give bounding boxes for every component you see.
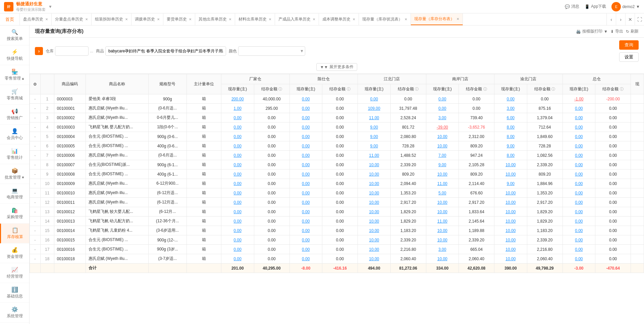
row-chenshi-qty[interactable]: 0.00	[289, 123, 322, 132]
row-gear[interactable]: ·	[30, 217, 41, 226]
row-total-qty[interactable]: 0.00	[562, 141, 595, 151]
row-factory-qty[interactable]: 0.00	[221, 151, 254, 160]
row-chenshi-qty[interactable]: 0.00	[289, 245, 322, 254]
row-chenshi-qty[interactable]: 0.00	[289, 170, 322, 179]
tab-prev-btn[interactable]: ‹	[606, 13, 616, 26]
row-yubei-qty[interactable]: 10.00	[494, 254, 527, 264]
row-yubei-qty[interactable]: 10.00	[494, 170, 527, 179]
tab-home[interactable]: 首页	[0, 13, 20, 25]
tab-requisition[interactable]: 要货单历史 ✕	[163, 13, 195, 25]
row-gear[interactable]: ·	[30, 170, 41, 179]
row-chenshi-qty[interactable]: 0.00	[289, 132, 322, 141]
row-nanan-qty[interactable]: 0.00	[426, 104, 459, 113]
row-total-qty[interactable]: 0.00	[562, 104, 595, 113]
tab-close-6[interactable]: ✕	[229, 17, 231, 21]
row-factory-qty[interactable]: 0.00	[221, 245, 254, 254]
row-total-qty[interactable]: 0.00	[562, 132, 595, 141]
row-gear[interactable]: ·	[30, 254, 41, 264]
tab-close-1[interactable]: ✕	[45, 17, 48, 21]
sidebar-item-retail[interactable]: 🏪 零售管理 ▲	[0, 65, 29, 85]
row-total-qty[interactable]: 0.00	[562, 198, 595, 207]
row-factory-qty[interactable]: 0.00	[221, 188, 254, 198]
row-jiangbei-qty[interactable]: 10.00	[358, 160, 391, 170]
row-yubei-qty[interactable]: 8.00	[494, 151, 527, 160]
sidebar-item-purchase[interactable]: 🛍️ 采购管理	[0, 204, 29, 224]
query-button[interactable]: 查询	[619, 40, 639, 50]
sidebar-item-retail-shop[interactable]: 🛒 零售商城	[0, 85, 29, 105]
row-total-qty[interactable]: 0.00	[562, 217, 595, 226]
row-factory-qty[interactable]: 0.00	[221, 254, 254, 264]
row-factory-qty[interactable]: 0.00	[221, 160, 254, 170]
row-jiangbei-qty[interactable]: 10.00	[358, 179, 391, 188]
tab-product-in[interactable]: 产成品入库单历史 ✕	[275, 13, 319, 25]
setting-button[interactable]: 设置	[619, 52, 639, 62]
tab-close-11[interactable]: ✕	[457, 17, 459, 21]
row-total-qty[interactable]: 0.00	[562, 179, 595, 188]
print-btn[interactable]: 🖨️ 按模版打印 ▼	[576, 29, 608, 34]
tab-inventory-count[interactable]: 盘点单历史 ✕	[20, 13, 52, 25]
tab-part-inventory[interactable]: 分量盘点单历史 ✕	[52, 13, 92, 25]
row-total-qty[interactable]: 0.00	[562, 226, 595, 235]
row-jiangbei-qty[interactable]: 10.00	[358, 235, 391, 245]
sidebar-item-enterprise[interactable]: 🤝 企业协同	[0, 323, 29, 324]
row-yubei-qty[interactable]: 8.00	[494, 123, 527, 132]
sidebar-item-shortcut[interactable]: ⚡ 快捷导航	[0, 45, 29, 65]
row-factory-qty[interactable]: 200.00	[221, 94, 254, 104]
tab-assemble[interactable]: 组装拆卸单历史 ✕	[92, 13, 131, 25]
row-total-qty[interactable]: 0.00	[562, 254, 595, 264]
tab-material-out[interactable]: 材料出库单历史 ✕	[235, 13, 275, 25]
row-jiangbei-qty[interactable]: 10.00	[358, 170, 391, 179]
row-nanan-qty[interactable]: 10.00	[426, 141, 459, 151]
row-gear[interactable]: ·	[30, 123, 41, 132]
row-yubei-qty[interactable]: 10.00	[494, 188, 527, 198]
app-download-btn[interactable]: 📱 App下载	[585, 4, 606, 9]
message-btn[interactable]: 💬 消息	[565, 4, 579, 9]
row-yubei-qty[interactable]: 0.00	[494, 94, 527, 104]
chenshi-amt-info-icon[interactable]: ⓘ	[347, 87, 351, 91]
row-nanan-qty[interactable]: 10.00	[426, 207, 459, 217]
row-jiangbei-qty[interactable]: 0.00	[358, 94, 391, 104]
row-total-qty[interactable]: 0.00	[562, 160, 595, 170]
row-factory-qty[interactable]: 0.00	[221, 198, 254, 207]
row-gear[interactable]: ·	[30, 151, 41, 160]
row-factory-qty[interactable]: 0.00	[221, 207, 254, 217]
row-yubei-qty[interactable]: 10.00	[494, 198, 527, 207]
row-chenshi-qty[interactable]: 0.00	[289, 151, 322, 160]
row-yubei-qty[interactable]: 9.00	[494, 141, 527, 151]
row-chenshi-qty[interactable]: 0.00	[289, 217, 322, 226]
tab-close-10[interactable]: ✕	[405, 17, 407, 21]
row-yubei-qty[interactable]: 10.00	[494, 235, 527, 245]
row-yubei-qty[interactable]: 10.00	[494, 207, 527, 217]
sidebar-item-basics[interactable]: ℹ️ 基础信息	[0, 283, 29, 303]
row-yubei-qty[interactable]: 10.00	[494, 160, 527, 170]
row-factory-qty[interactable]: 0.00	[221, 179, 254, 188]
row-chenshi-qty[interactable]: 0.00	[289, 235, 322, 245]
row-chenshi-qty[interactable]: 0.00	[289, 94, 322, 104]
total-amt-info-icon[interactable]: ⓘ	[620, 87, 624, 91]
tab-close-2[interactable]: ✕	[85, 17, 88, 21]
row-chenshi-qty[interactable]: 0.00	[289, 104, 322, 113]
tab-other-out[interactable]: 其他出库单历史 ✕	[195, 13, 235, 25]
row-total-qty[interactable]: 0.00	[562, 188, 595, 198]
tab-expand-btn[interactable]: ⛶	[635, 13, 644, 26]
sidebar-item-inventory[interactable]: 📋 库存核算	[0, 224, 29, 243]
user-btn[interactable]: E demo2 ▼	[611, 2, 640, 11]
row-yubei-qty[interactable]: 10.00	[494, 226, 527, 235]
row-factory-qty[interactable]: 0.00	[221, 132, 254, 141]
row-nanan-qty[interactable]: 3.00	[426, 245, 459, 254]
row-yubei-qty[interactable]: 8.00	[494, 132, 527, 141]
row-total-qty[interactable]: 0.00	[562, 245, 595, 254]
tab-close-all-btn[interactable]: ✕	[625, 13, 635, 26]
row-chenshi-qty[interactable]: 0.00	[289, 113, 322, 123]
export-btn[interactable]: ⬇ 导出	[610, 29, 623, 34]
tab-cost-adjust[interactable]: 成本调整单历史 ✕	[319, 13, 359, 25]
sidebar-item-marketing[interactable]: 📢 营销推广	[0, 105, 29, 125]
row-nanan-qty[interactable]: 7.00	[426, 151, 459, 160]
row-factory-qty[interactable]: 0.00	[221, 226, 254, 235]
row-gear[interactable]: ·	[30, 94, 41, 104]
row-yubei-qty[interactable]: 10.00	[494, 245, 527, 254]
sidebar-item-operations[interactable]: 📈 经营管理	[0, 263, 29, 283]
row-total-qty[interactable]: 0.00	[562, 123, 595, 132]
tab-close-4[interactable]: ✕	[157, 17, 160, 21]
row-nanan-qty[interactable]: 10.00	[426, 132, 459, 141]
